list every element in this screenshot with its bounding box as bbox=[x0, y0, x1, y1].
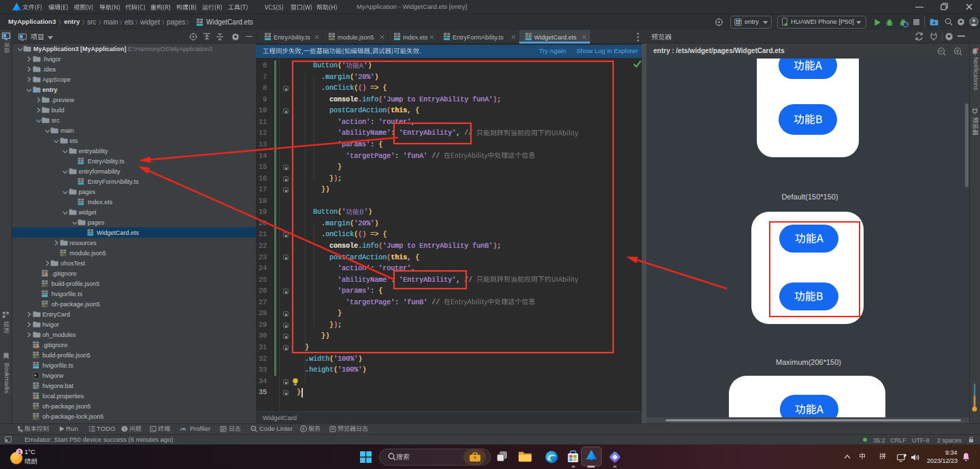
svg-text:1: 1 bbox=[18, 449, 21, 455]
